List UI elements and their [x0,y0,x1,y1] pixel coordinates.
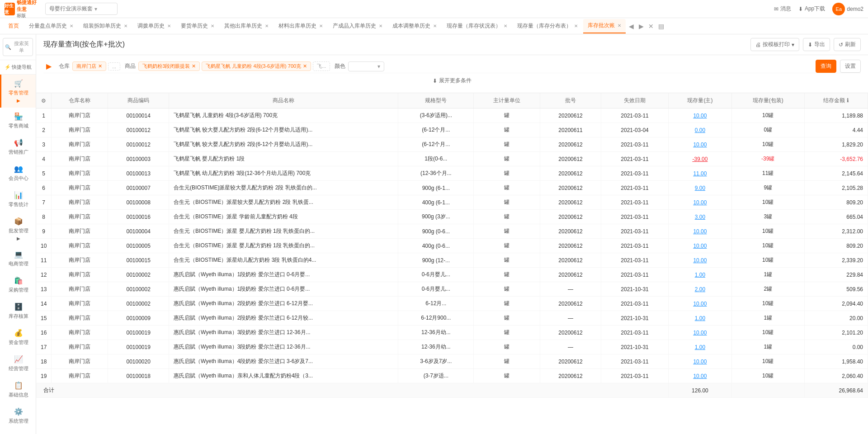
tab-11[interactable]: 库存批次账 ✕ [583,19,626,33]
tab-close-1[interactable]: ✕ [70,24,73,28]
qty-link[interactable]: 10.00 [693,243,707,249]
tab-close-6[interactable]: ✕ [319,24,323,28]
qty-link[interactable]: 10.00 [693,113,707,119]
sidebar-item-retail-stats[interactable]: 📊 零售统计 [0,186,36,212]
sidebar-item-inventory[interactable]: 🗄️ 库存核算 [0,298,36,324]
row-qty[interactable]: 2.00 [669,282,731,297]
quick-nav-btn[interactable]: ⚡ 快捷导航 [3,62,33,72]
sidebar-item-business[interactable]: 📈 经营管理 [0,350,36,377]
print-btn[interactable]: 🖨 按模板打印 ▾ [750,38,799,51]
tab-5[interactable]: 其他出库单历史 ✕ [220,19,273,33]
tab-close-4[interactable]: ✕ [211,24,214,28]
qty-link[interactable]: 10.00 [693,199,707,206]
tab-close-11[interactable]: ✕ [618,23,621,28]
row-qty[interactable]: 10.00 [669,108,731,123]
tab-10[interactable]: 现存量（库存分布表）✕ [513,19,582,33]
goods-more-btn[interactable]: 飞... [313,61,330,71]
qty-link[interactable]: 0.00 [695,127,705,133]
qty-link[interactable]: 2.00 [695,286,705,292]
row-qty[interactable]: 11.00 [669,166,731,181]
qty-link[interactable]: 10.00 [693,330,707,336]
sidebar-item-collab[interactable]: 🤝 企业协同 [0,429,36,434]
qty-link[interactable]: 10.00 [693,257,707,264]
tab-close-2[interactable]: ✕ [124,24,127,28]
filter-expand-arrow[interactable]: ▶ [43,61,54,72]
qty-link[interactable]: 10.00 [693,142,707,148]
sidebar-item-ecommerce[interactable]: 💻 电商管理 [0,245,36,272]
tab-prev-btn[interactable]: ◀ [627,22,636,31]
sidebar-item-finance[interactable]: 💰 资金管理 [0,324,36,350]
expand-more-btn[interactable]: ⬇ 展开更多条件 [429,75,475,86]
sidebar-item-marketing[interactable]: 📢 营销推广 [0,134,36,160]
qty-link[interactable]: 1.00 [695,344,705,350]
settings-col-icon[interactable]: ⚙ [41,98,46,104]
app-download-btn[interactable]: ⬇ App下载 [798,5,825,13]
row-qty[interactable]: 10.00 [669,224,731,239]
qty-link[interactable]: 11.00 [693,170,707,177]
row-qty[interactable]: 10.00 [669,369,731,383]
tab-2[interactable]: 组装拆卸单历史 ✕ [79,19,132,33]
sidebar-item-wholesale[interactable]: 📦 批发管理 ▶ [0,212,36,245]
tab-close-5[interactable]: ✕ [265,24,269,28]
row-qty[interactable]: 1.00 [669,340,731,354]
account-selector[interactable]: 母婴行业演示账套 ▾ [45,3,118,15]
tab-next-btn[interactable]: ▶ [637,22,646,31]
tab-home[interactable]: 首页 [4,19,24,33]
tab-7[interactable]: 产成品入库单历史 ✕ [328,19,387,33]
qty-link[interactable]: 9.00 [695,185,705,191]
sidebar-item-store[interactable]: 🏪 零售商城 [0,108,36,134]
tab-8[interactable]: 成本调整单历史 ✕ [388,19,441,33]
warehouse-tag-0[interactable]: 南岸门店 ✕ [72,61,106,71]
row-qty[interactable]: 10.00 [669,354,731,369]
row-qty[interactable]: 9.00 [669,181,731,195]
refresh-btn[interactable]: ↺ 刷新 [834,38,861,51]
tab-1[interactable]: 分量盘点单历史 ✕ [24,19,78,33]
user-info[interactable]: Ea demo2 [832,3,863,15]
tab-6[interactable]: 材料出库单历史 ✕ [274,19,327,33]
tab-close-8[interactable]: ✕ [433,24,437,28]
tab-4[interactable]: 要货单历史 ✕ [176,19,219,33]
row-qty[interactable]: 10.00 [669,195,731,210]
qty-link[interactable]: 1.00 [695,315,705,321]
row-qty[interactable]: -39.00 [669,152,731,166]
sidebar-item-retail[interactable]: 🛒 零售管理 ▶ [0,75,36,108]
tab-close-9[interactable]: ✕ [504,24,507,28]
goods-tag-0[interactable]: 飞鹤奶粉3段闭眼提装 ✕ [138,61,200,71]
row-qty[interactable]: 0.00 [669,123,731,137]
qty-link[interactable]: 1.00 [695,272,705,278]
sidebar-item-base[interactable]: 📋 基础信息 [0,377,36,403]
qty-link[interactable]: 3.00 [695,214,705,220]
qty-link[interactable]: 10.00 [693,301,707,307]
qty-link[interactable]: -39.00 [692,156,708,162]
sidebar-item-member[interactable]: 👥 会员中心 [0,160,36,186]
sidebar-item-purchase[interactable]: 🛍️ 采购管理 [0,272,36,298]
qty-link[interactable]: 10.00 [693,373,707,379]
query-btn[interactable]: 查询 [816,60,836,73]
tab-close-7[interactable]: ✕ [379,24,382,28]
row-qty[interactable]: 10.00 [669,137,731,152]
goods-tag-1[interactable]: 飞鹤星飞帆 儿童奶粉 4段(3-6岁适用) 700克 ✕ [202,61,311,71]
search-menu-btn[interactable]: 🔍 搜索英单 [3,38,33,56]
row-qty[interactable]: 1.00 [669,311,731,326]
export-btn[interactable]: ⬇ 导出 [803,38,830,51]
tab-close-3[interactable]: ✕ [167,24,171,28]
row-qty[interactable]: 10.00 [669,326,731,340]
tab-close-10[interactable]: ✕ [574,24,578,28]
tab-menu-btn[interactable]: ▤ [656,22,665,31]
tab-9[interactable]: 现存量（库存状况表）✕ [442,19,512,33]
row-qty[interactable]: 1.00 [669,268,731,282]
row-qty[interactable]: 10.00 [669,297,731,311]
warehouse-more-btn[interactable]: ... [108,62,120,71]
tab-3[interactable]: 调拨单历史 ✕ [133,19,175,33]
color-input[interactable]: ▾ [348,61,384,71]
row-qty[interactable]: 3.00 [669,210,731,224]
tab-close-all-btn[interactable]: ✕ [646,22,656,31]
row-qty[interactable]: 10.00 [669,239,731,253]
warehouse-tag-close-0[interactable]: ✕ [98,63,102,69]
qty-link[interactable]: 10.00 [693,359,707,365]
qty-link[interactable]: 10.00 [693,228,707,235]
row-qty[interactable]: 10.00 [669,253,731,268]
sidebar-item-system[interactable]: ⚙️ 系统管理 [0,403,36,429]
goods-tag-close-0[interactable]: ✕ [192,63,196,69]
messages-btn[interactable]: ✉ 消息 [774,5,791,13]
